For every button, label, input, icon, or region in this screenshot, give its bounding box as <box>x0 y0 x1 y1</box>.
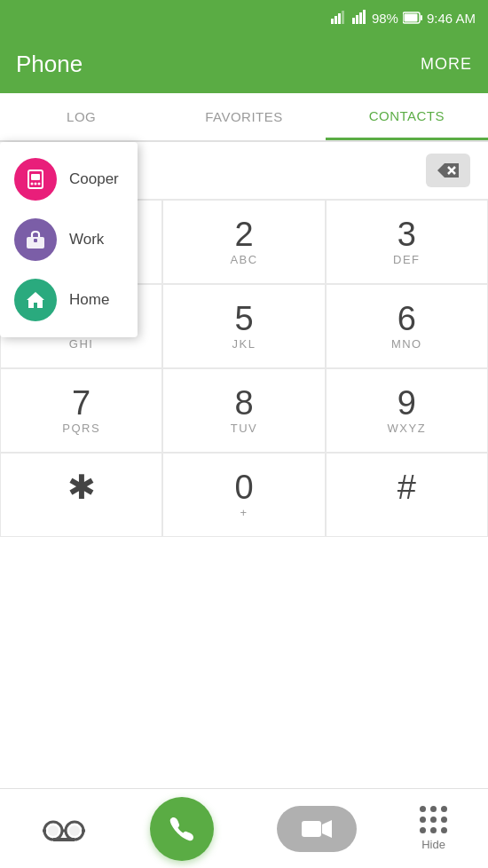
key-3[interactable]: 3 DEF <box>326 200 488 284</box>
svg-rect-7 <box>363 10 366 24</box>
dialpad-grid-icon <box>420 806 448 834</box>
key-8-letters: TUV <box>231 422 258 435</box>
svg-rect-16 <box>27 237 44 249</box>
header: Phone MORE <box>0 36 488 93</box>
svg-rect-4 <box>352 18 355 24</box>
popup-item-home[interactable]: Home <box>0 270 138 330</box>
key-6-letters: MNO <box>391 337 422 351</box>
key-hash[interactable]: # <box>326 453 488 537</box>
svg-point-26 <box>69 825 80 836</box>
work-label: Work <box>69 231 104 249</box>
work-icon <box>14 218 57 261</box>
svg-rect-18 <box>34 239 37 242</box>
video-call-button[interactable] <box>277 806 357 852</box>
status-icons: 98% 9:46 AM <box>331 10 476 26</box>
svg-rect-6 <box>359 12 362 24</box>
key-4-letters: GHI <box>69 337 94 351</box>
popup-item-work[interactable]: Work <box>0 209 138 270</box>
svg-point-14 <box>35 183 37 185</box>
home-icon <box>14 279 57 321</box>
cooper-label: Cooper <box>69 170 119 188</box>
key-8-number: 8 <box>234 386 253 420</box>
key-9[interactable]: 9 WXYZ <box>326 368 488 453</box>
tabs: LOG FAVORITES CONTACTS <box>0 93 488 142</box>
key-7[interactable]: 7 PQRS <box>0 368 162 453</box>
bars-icon <box>351 10 367 26</box>
key-star-number: ✱ <box>67 470 96 504</box>
tab-log[interactable]: LOG <box>0 95 162 138</box>
header-title: Phone <box>16 51 83 78</box>
tab-contacts[interactable]: CONTACTS <box>326 94 488 140</box>
bottom-bar: Hide <box>0 788 488 868</box>
svg-rect-5 <box>356 15 358 24</box>
svg-point-13 <box>31 183 34 185</box>
home-label: Home <box>69 291 109 309</box>
svg-rect-12 <box>31 174 40 180</box>
tab-favorites[interactable]: FAVORITES <box>162 95 325 138</box>
key-7-letters: PQRS <box>62 422 100 435</box>
key-star-letters <box>79 506 83 519</box>
key-9-number: 9 <box>397 386 416 420</box>
popup-item-cooper[interactable]: Cooper <box>0 149 138 209</box>
call-button[interactable] <box>150 797 214 861</box>
key-hash-letters <box>405 506 409 519</box>
key-2-number: 2 <box>234 217 253 251</box>
svg-rect-9 <box>404 14 417 22</box>
svg-rect-1 <box>335 16 337 24</box>
battery-icon <box>403 12 422 24</box>
key-0-number: 0 <box>234 470 253 504</box>
dialpad-container: Cooper Work <box>0 142 488 788</box>
key-9-letters: WXYZ <box>388 422 427 435</box>
backspace-icon <box>436 162 460 179</box>
key-6[interactable]: 6 MNO <box>326 284 488 368</box>
key-3-letters: DEF <box>393 253 421 266</box>
key-7-number: 7 <box>72 386 91 420</box>
key-0[interactable]: 0 + <box>162 453 325 537</box>
key-3-number: 3 <box>397 217 416 251</box>
key-5-letters: JKL <box>232 337 256 351</box>
voicemail-button[interactable] <box>41 813 87 845</box>
svg-rect-3 <box>342 11 344 24</box>
voicemail-icon <box>41 813 87 845</box>
phone-icon <box>168 815 196 843</box>
key-5[interactable]: 5 JKL <box>162 284 325 368</box>
key-5-number: 5 <box>234 302 253 335</box>
key-2-letters: ABC <box>230 253 257 266</box>
svg-rect-30 <box>302 821 321 837</box>
key-2[interactable]: 2 ABC <box>162 200 325 284</box>
svg-point-25 <box>48 825 59 836</box>
svg-rect-24 <box>53 838 75 841</box>
status-bar: 98% 9:46 AM <box>0 0 488 36</box>
svg-rect-2 <box>338 13 341 24</box>
svg-rect-0 <box>331 19 334 24</box>
key-star[interactable]: ✱ <box>0 453 162 537</box>
video-icon <box>301 817 333 840</box>
key-hash-number: # <box>397 470 416 504</box>
key-6-number: 6 <box>397 302 416 335</box>
hide-label: Hide <box>421 838 445 851</box>
signal-icon <box>331 10 347 26</box>
battery-text: 98% <box>372 11 398 26</box>
svg-point-15 <box>38 183 41 185</box>
sim-selector-popup: Cooper Work <box>0 142 138 337</box>
svg-marker-19 <box>27 292 44 308</box>
backspace-button[interactable] <box>426 154 470 187</box>
cooper-icon <box>14 158 57 201</box>
more-button[interactable]: MORE <box>421 55 472 74</box>
key-0-letters: + <box>240 506 248 519</box>
time-text: 9:46 AM <box>427 11 476 26</box>
svg-rect-10 <box>421 15 422 20</box>
svg-marker-31 <box>322 820 332 838</box>
key-8[interactable]: 8 TUV <box>162 368 325 453</box>
main-content: Cooper Work <box>0 142 488 788</box>
hide-dialpad-button[interactable]: Hide <box>420 806 448 851</box>
